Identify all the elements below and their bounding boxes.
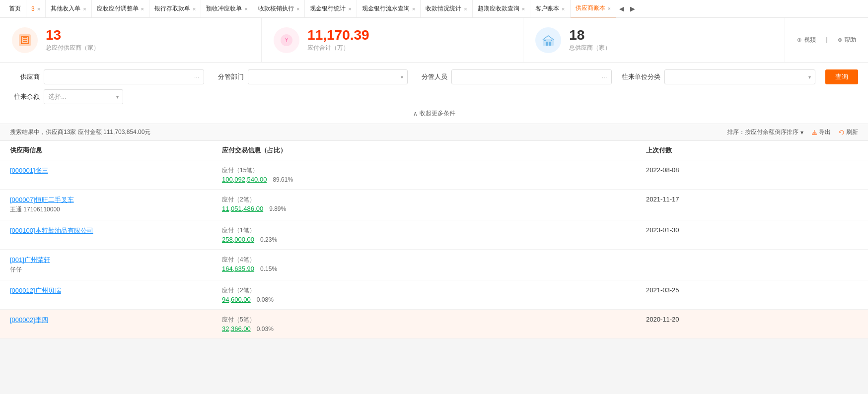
close-tab-other-income[interactable]: × [83,6,86,12]
pay-percent: 0.08% [257,296,274,303]
svg-rect-7 [551,40,552,41]
filter-person: 分管人员 ··· [418,69,612,84]
nav-tab-adjustments[interactable]: 应收应付调整单 × [92,0,149,18]
nav-tab-3[interactable]: 3 × [26,0,46,18]
last-pay-date: 2021-03-25 [646,286,679,294]
filter-dept: 分管部门 ▾ [214,69,408,84]
nav-tab-collect[interactable]: 收款核销执行 × [253,0,305,18]
result-summary: 搜索结果中，供应商13家 应付金额 111,703,854.00元 [10,128,150,136]
help-link[interactable]: ⊙ 帮助 [838,36,856,44]
supplier-link[interactable]: [000002]李四 [10,316,222,325]
person-input[interactable]: ··· [451,69,612,84]
header-pay-info: 应付交易信息（占比） [222,146,646,155]
pay-info-cell: 应付（2笔） 11,051,486.00 9.89% [222,196,646,214]
total-suppliers-label: 总供应商（家） [569,44,611,52]
pay-label: 应付（5笔） [222,316,646,324]
nav-tab-other-income[interactable]: 其他收入单 × [46,0,91,18]
collapse-button[interactable]: ∧ 收起更多条件 [407,107,461,120]
payable-total-stat: 11,170.39 应付合计（万） [307,28,369,53]
payable-total-icon: ¥ [274,27,299,53]
close-tab-cash-stats[interactable]: × [348,6,351,12]
pay-amount[interactable]: 11,051,486.00 [222,205,263,212]
nav-tab-overdue[interactable]: 超期应收款查询 × [473,0,530,18]
balance-select[interactable]: 选择... ▾ [44,89,123,104]
nav-arrow-left[interactable]: ◀ [616,5,627,12]
nav-tab-bank[interactable]: 银行存取款单 × [149,0,201,18]
close-tab-cash-flow[interactable]: × [412,6,415,12]
total-suppliers-icon [535,27,561,53]
dept-chevron: ▾ [401,74,403,80]
pay-amount[interactable]: 94,600.00 [222,296,251,303]
pay-percent: 0.15% [260,265,277,272]
last-pay-date: 2020-11-20 [646,316,679,323]
pay-percent: 0.23% [260,236,277,243]
category-chevron: ▾ [808,74,811,80]
last-pay-cell: 2021-03-25 [646,286,858,303]
close-tab-collect[interactable]: × [296,6,299,12]
last-pay-date: 2023-01-30 [646,226,679,234]
nav-tab-prepay[interactable]: 预收冲应收单 × [201,0,253,18]
supplier-link[interactable]: [000007]恒旺二手叉车 [10,196,222,204]
last-pay-cell [646,256,858,274]
nav-tab-customer-ledger[interactable]: 客户账本 × [530,0,570,18]
filter-category: 往来单位分类 ▾ [622,69,816,84]
balance-chevron: ▾ [116,94,119,100]
close-tab-customer-ledger[interactable]: × [562,6,565,12]
close-tab-adjustments[interactable]: × [141,6,144,12]
svg-rect-5 [549,42,551,46]
last-pay-cell: 2023-01-30 [646,226,858,243]
pay-label: 应付（2笔） [222,286,646,295]
supplier-info-cell: [000001]张三 [10,166,222,183]
close-tab-supplier-ledger[interactable]: × [608,5,611,11]
sort-label[interactable]: 排序：按应付余额倒序排序▾ [727,128,803,136]
pay-amount[interactable]: 100,092,540.00 [222,176,267,183]
pay-info-cell: 应付（15笔） 100,092,540.00 89.61% [222,166,646,183]
close-tab-3[interactable]: × [37,6,40,12]
pay-percent: 89.61% [273,176,293,183]
summary-card-payable-total: ¥ 11,170.39 应付合计（万） [262,18,523,62]
pay-amount[interactable]: 164,635.90 [222,265,254,272]
table-body: [000001]张三 应付（15笔） 100,092,540.00 89.61%… [0,160,868,339]
nav-tab-receipt-stats[interactable]: 收款情况统计 × [421,0,472,18]
dept-select[interactable]: ▾ [248,69,408,84]
person-label: 分管人员 [418,72,447,81]
close-tab-prepay[interactable]: × [244,6,247,12]
nav-tab-cash-stats[interactable]: 现金银行统计 × [305,0,357,18]
search-button[interactable]: 查询 [825,69,858,84]
category-select[interactable]: ▾ [664,69,816,84]
supplier-sub: 仔仔 [10,265,222,274]
pay-info-cell: 应付（2笔） 94,600.00 0.08% [222,286,646,303]
export-button[interactable]: 导出 [811,128,831,136]
total-suppliers-number: 18 [569,28,611,43]
supplier-info-cell: [001]广州荣轩 仔仔 [10,256,222,274]
close-tab-bank[interactable]: × [193,6,196,12]
nav-tab-home[interactable]: 首页 [4,0,26,18]
supplier-link[interactable]: [000001]张三 [10,166,222,175]
summary-card-total-suppliers: 18 总供应商（家） [523,18,785,62]
supplier-link[interactable]: [000012]广州贝瑞 [10,286,222,295]
svg-rect-0 [19,34,31,46]
supplier-link[interactable]: [001]广州荣轩 [10,256,222,264]
refresh-button[interactable]: 刷新 [839,128,858,136]
table-row: [000002]李四 应付（5笔） 32,366.00 0.03% 2020-1… [0,310,868,339]
filter-row-2: 往来余额 选择... ▾ [10,89,858,104]
pay-amount[interactable]: 32,366.00 [222,325,251,332]
close-tab-overdue[interactable]: × [522,6,525,12]
summary-bar: 13 总应付供应商（家） ¥ 11,170.39 应付合计（万） [0,18,868,63]
pay-label: 应付（4笔） [222,256,646,264]
pay-info-cell: 应付（1笔） 258,000.00 0.23% [222,226,646,243]
payable-total-label: 应付合计（万） [307,44,369,52]
close-tab-receipt-stats[interactable]: × [464,6,467,12]
result-actions: 排序：按应付余额倒序排序▾ 导出 刷新 [727,128,858,136]
help-links-area: ⊙ 视频 ｜ ⊙ 帮助 [785,18,868,62]
supplier-input[interactable]: ··· [44,69,204,84]
nav-tab-supplier-ledger[interactable]: 供应商账本 × [571,0,616,18]
nav-tab-cash-flow[interactable]: 现金银行流水查询 × [357,0,421,18]
dept-label: 分管部门 [214,72,244,81]
svg-rect-6 [544,40,546,41]
video-link[interactable]: ⊙ 视频 [797,36,815,44]
pay-label: 应付（15笔） [222,166,646,175]
supplier-link[interactable]: [000100]本特勤油品有限公司 [10,226,222,235]
nav-arrow-right[interactable]: ▶ [627,5,638,12]
pay-amount[interactable]: 258,000.00 [222,236,254,243]
